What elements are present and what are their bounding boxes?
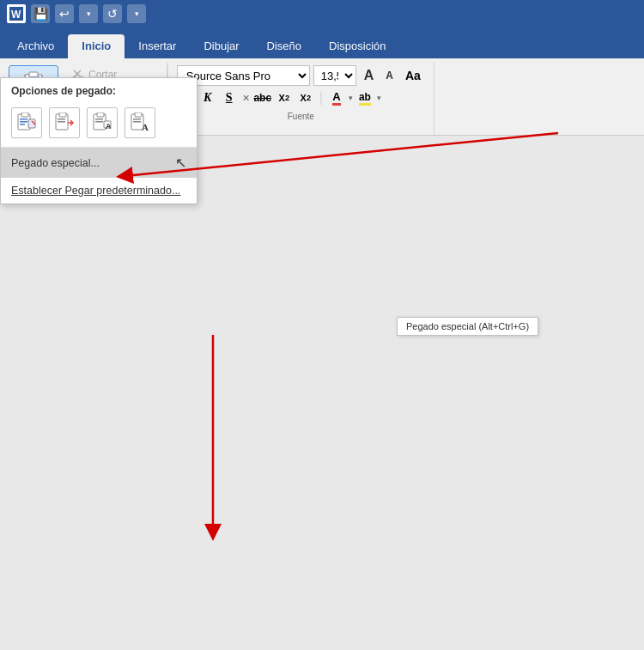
menu-pegar-predeterminado[interactable]: Establecer Pegar predeterminado... — [1, 178, 197, 204]
font-color-button[interactable]: A — [327, 88, 346, 107]
tab-disposicion[interactable]: Disposición — [315, 34, 399, 58]
underline-button[interactable]: S — [220, 88, 239, 107]
tab-inicio[interactable]: Inicio — [68, 34, 125, 58]
title-bar: W 💾 ↩ ▾ ↺ ▾ — [0, 0, 644, 27]
tab-insertar[interactable]: Insertar — [125, 34, 190, 58]
ribbon-tab-bar: Archivo Inicio Insertar Dibujar Diseño D… — [0, 27, 644, 58]
highlight-button[interactable]: ab — [355, 88, 374, 107]
undo-icon: ↩ — [59, 7, 70, 21]
svg-text:W: W — [11, 9, 21, 21]
paste-options-row: A A — [1, 102, 197, 148]
superscript-button[interactable]: X2 — [296, 88, 315, 107]
svg-rect-20 — [20, 118, 27, 120]
svg-rect-19 — [21, 112, 28, 117]
tab-dibujar[interactable]: Dibujar — [190, 34, 252, 58]
paste-keep-source-btn[interactable] — [11, 107, 42, 138]
font-color-icon: A — [332, 90, 340, 106]
highlight-icon: ab — [359, 91, 371, 106]
svg-rect-25 — [59, 112, 66, 117]
dropdown-header: Opciones de pegado: — [1, 78, 197, 102]
paste-merge-icon — [54, 112, 75, 133]
font-size-select[interactable]: 13,5 — [313, 65, 356, 86]
tab-archivo[interactable]: Archivo — [3, 34, 68, 58]
svg-rect-21 — [20, 121, 27, 123]
paste-special-icon-btn[interactable]: A — [125, 107, 155, 138]
cursor-icon: ↖ — [175, 155, 186, 171]
save-icon: 💾 — [33, 7, 48, 21]
redo-button[interactable]: ↺ — [103, 4, 122, 23]
word-icon: W — [7, 4, 26, 23]
undo-dropdown[interactable]: ▾ — [79, 4, 98, 23]
chevron-down-icon: ▾ — [87, 9, 91, 18]
svg-rect-36 — [133, 118, 141, 120]
svg-rect-26 — [58, 118, 65, 120]
grow-font-button[interactable]: A — [360, 66, 379, 85]
subscript-button[interactable]: X2 — [275, 88, 294, 107]
paste-dropdown-menu: Opciones de pegado: — [0, 77, 197, 204]
svg-text:A: A — [106, 122, 112, 131]
redo-icon: ↺ — [107, 7, 118, 21]
paste-text-icon: A — [92, 112, 112, 133]
svg-text:A: A — [142, 122, 149, 132]
svg-rect-27 — [58, 121, 65, 123]
tab-diseno[interactable]: Diseño — [253, 34, 315, 58]
paste-special-tooltip: Pegado especial (Alt+Ctrl+G) — [397, 317, 538, 336]
paste-merge-btn[interactable] — [49, 107, 80, 138]
italic-button[interactable]: K — [198, 88, 217, 107]
fuente-label: Fuente — [177, 110, 425, 121]
paste-special-a-icon: A — [130, 112, 150, 133]
svg-rect-30 — [95, 118, 103, 120]
menu-pegado-especial[interactable]: Pegado especial... ↖ — [1, 148, 197, 178]
svg-rect-31 — [95, 121, 103, 123]
document-area[interactable] — [0, 136, 644, 650]
svg-rect-22 — [20, 124, 25, 125]
svg-rect-37 — [133, 121, 141, 123]
font-group: Source Sans Pro 13,5 A A Aa N K S ✕ abc … — [168, 62, 434, 135]
svg-rect-29 — [97, 112, 104, 117]
strikethrough-button[interactable]: abc — [253, 88, 272, 107]
shrink-font-button[interactable]: A — [381, 68, 398, 83]
save-button[interactable]: 💾 — [31, 4, 50, 23]
customize-qat[interactable]: ▾ — [127, 4, 146, 23]
svg-rect-35 — [135, 112, 142, 117]
chevron-down-icon-2: ▾ — [135, 9, 139, 18]
undo-button[interactable]: ↩ — [55, 4, 74, 23]
paste-text-only-btn[interactable]: A — [87, 107, 118, 138]
clear-format-button[interactable]: Aa — [401, 67, 425, 84]
paste-source-icon — [16, 112, 37, 133]
font-row-2: N K S ✕ abc X2 X2 | A ▾ ab ▾ — [177, 88, 425, 107]
font-row-1: Source Sans Pro 13,5 A A Aa — [177, 65, 425, 86]
